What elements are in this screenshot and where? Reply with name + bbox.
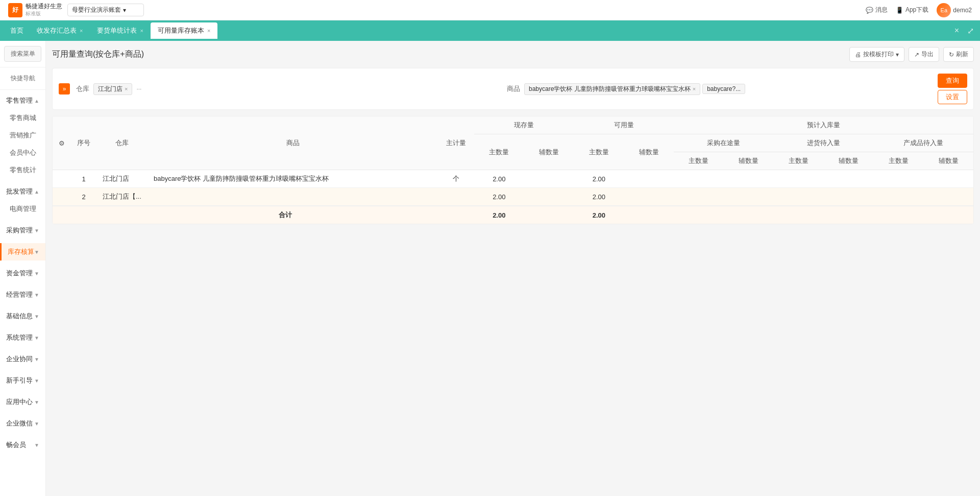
sidebar-section-system-label: 系统管理 [6, 333, 33, 342]
system-expand-icon: ▼ [34, 335, 39, 341]
row-unit: 个 [438, 170, 474, 188]
refresh-btn[interactable]: ↻ 刷新 [943, 47, 974, 62]
warehouse-tag-1[interactable]: 江北门店 × [93, 83, 132, 95]
sidebar-section-appstore: 应用中心 ▼ [0, 391, 45, 413]
export-btn[interactable]: ↗ 导出 [909, 47, 939, 62]
purchase-expand-icon: ▼ [34, 228, 39, 233]
phone-icon: 📱 [896, 7, 903, 14]
sidebar-section-inventory-title[interactable]: 库存核算 ▼ [0, 243, 45, 261]
template-print-btn[interactable]: 🖨 按模板打印 ▾ [849, 47, 904, 62]
row-settings [53, 170, 71, 188]
sidebar-section-inventory-label: 库存核算 [8, 247, 34, 256]
sidebar-section-retail-title[interactable]: 零售管理 ▲ [0, 92, 45, 109]
th-available-group: 可用量 [574, 116, 674, 134]
row-goods: babycare学饮杯 儿童防摔防撞吸管杯重力球吸嘴杯宝宝水杯 [148, 170, 438, 188]
tab-home[interactable]: 首页 [4, 22, 30, 39]
close-all-tabs-btn[interactable]: × [952, 26, 961, 35]
filter-settings-btn[interactable]: 设置 [938, 90, 967, 104]
tab-receipt-summary[interactable]: 收发存汇总表 × [30, 22, 90, 39]
sidebar-section-member-title[interactable]: 畅会员 ▼ [0, 436, 45, 454]
subtotal-settings [53, 188, 71, 206]
warehouse-filter-tags: 江北门店 × [93, 83, 132, 95]
chevron-down-icon: ▾ [896, 51, 899, 58]
page-actions: 🖨 按模板打印 ▾ ↗ 导出 ↻ 刷新 [849, 47, 974, 62]
user-area[interactable]: Ea demo2 [937, 3, 972, 17]
warehouse-filter-group: 仓库 江北门店 × ··· [76, 83, 501, 95]
sidebar-item-retail-stats[interactable]: 零售统计 [0, 161, 45, 179]
row-warehouse: 江北门店 [96, 170, 148, 188]
app-download-label: App下载 [905, 6, 928, 14]
th-no: 序号 [71, 116, 96, 170]
goods-tag-1[interactable]: babycare学饮杯 儿童防摔防撞吸管杯重力球吸嘴杯宝宝水杯 × [524, 83, 700, 95]
expand-tabs-btn[interactable]: ⤢ [965, 26, 976, 36]
subtotal-row: 2 江北门店【... 2.00 2.00 [53, 188, 973, 206]
sidebar-section-wholesale-title[interactable]: 批发管理 ▲ [0, 183, 45, 200]
warehouse-filter-label: 仓库 [76, 84, 89, 93]
sidebar-section-wechat-title[interactable]: 企业微信 ▼ [0, 415, 45, 432]
industry-select[interactable]: 母婴行业演示账套 ▾ [67, 4, 144, 16]
tab-available-stock[interactable]: 可用量库存账本 × [151, 22, 217, 39]
industry-label: 母婴行业演示账套 [72, 6, 121, 14]
th-planned-in-group: 预计入库量 [674, 116, 973, 134]
retail-expand-icon: ▲ [34, 98, 39, 104]
th-stock-main: 主数量 [474, 134, 524, 170]
sidebar-item-marketing[interactable]: 营销推广 [0, 127, 45, 144]
th-settings[interactable]: ⚙ [53, 116, 71, 170]
sidebar-section-finance-title[interactable]: 资金管理 ▼ [0, 265, 45, 282]
sidebar-item-retail-mall[interactable]: 零售商城 [0, 109, 45, 127]
row-goods-in-aux [823, 170, 873, 188]
tab-available-stock-close[interactable]: × [207, 28, 210, 34]
topbar: 好 畅捷通好生意 标准版 母婴行业演示账套 ▾ 💬 消息 📱 App下载 Ea … [0, 0, 980, 20]
sidebar-section-purchase-title[interactable]: 采购管理 ▼ [0, 222, 45, 239]
row-pur-main [674, 170, 724, 188]
sidebar-section-newbie-title[interactable]: 新手引导 ▼ [0, 372, 45, 389]
tab-receipt-summary-close[interactable]: × [80, 28, 83, 34]
query-btn[interactable]: 查询 [938, 74, 967, 88]
tab-receipt-summary-label: 收发存汇总表 [37, 26, 77, 35]
message-btn[interactable]: 💬 消息 [866, 6, 888, 14]
sidebar-section-operation-title[interactable]: 经营管理 ▼ [0, 286, 45, 303]
th-pur-in-group: 采购在途量 [674, 134, 774, 152]
sidebar-section-enterprise-title[interactable]: 企业协同 ▼ [0, 350, 45, 368]
basic-expand-icon: ▼ [34, 314, 39, 319]
filter-bar: » 仓库 江北门店 × ··· 商品 babycare学饮杯 儿童防摔防撞吸管杯… [52, 68, 974, 110]
sidebar-section-finance-label: 资金管理 [6, 269, 33, 278]
settings-icon[interactable]: ⚙ [59, 139, 65, 147]
tab-order-stats[interactable]: 要货单统计表 × [90, 22, 150, 39]
app-download-btn[interactable]: 📱 App下载 [896, 6, 928, 14]
nav-close-all: × ⤢ [952, 26, 976, 36]
nav-tabs: 首页 收发存汇总表 × 要货单统计表 × 可用量库存账本 × × ⤢ [0, 20, 980, 41]
warehouse-tag-1-text: 江北门店 [98, 85, 122, 93]
goods-tag-2[interactable]: babycare?... [702, 84, 745, 94]
filter-expand-btn[interactable]: » [59, 83, 70, 95]
sidebar-section-enterprise: 企业协同 ▼ [0, 348, 45, 370]
warehouse-tag-1-remove[interactable]: × [125, 86, 128, 92]
goods-tag-1-remove[interactable]: × [693, 86, 696, 92]
sidebar-section-system-title[interactable]: 系统管理 ▼ [0, 329, 45, 346]
tab-available-stock-label: 可用量库存账本 [158, 26, 204, 35]
footer-avail-aux [624, 206, 674, 224]
goods-filter-group: 商品 babycare学饮杯 儿童防摔防撞吸管杯重力球吸嘴杯宝宝水杯 × bab… [507, 83, 932, 95]
th-stock-aux: 辅数量 [524, 134, 574, 170]
footer-pur-main [674, 206, 724, 224]
operation-expand-icon: ▼ [34, 292, 39, 298]
sidebar-item-member-center[interactable]: 会员中心 [0, 144, 45, 161]
topbar-right: 💬 消息 📱 App下载 Ea demo2 [866, 3, 972, 17]
quick-nav-btn[interactable]: 快捷导航 [4, 72, 41, 85]
tab-order-stats-close[interactable]: × [140, 28, 143, 34]
sidebar-section-appstore-title[interactable]: 应用中心 ▼ [0, 393, 45, 411]
sidebar-section-basic-title[interactable]: 基础信息 ▼ [0, 308, 45, 325]
subtotal-no: 2 [71, 188, 96, 206]
sidebar-item-ecommerce[interactable]: 电商管理 [0, 200, 45, 218]
th-goods-in-aux: 辅数量 [823, 152, 873, 170]
filter-more-warehouse[interactable]: ··· [136, 85, 141, 92]
subtotal-pur-main [674, 188, 724, 206]
row-pur-aux [724, 170, 774, 188]
avatar: Ea [937, 3, 951, 17]
th-goods-in-main: 主数量 [774, 152, 824, 170]
sidebar-section-wechat: 企业微信 ▼ [0, 413, 45, 434]
tab-home-label: 首页 [10, 26, 23, 35]
sidebar-search-btn[interactable]: 搜索菜单 [4, 46, 41, 62]
sidebar-section-operation: 经营管理 ▼ [0, 284, 45, 305]
message-icon: 💬 [866, 7, 873, 14]
